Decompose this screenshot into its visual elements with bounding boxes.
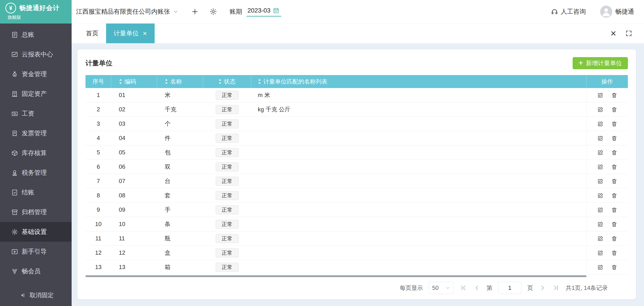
edit-icon[interactable] [597,235,604,242]
delete-icon[interactable] [611,121,617,127]
column-header-no: 序号 [86,75,111,88]
last-page-icon[interactable] [552,284,560,292]
delete-icon[interactable] [611,149,617,156]
funds-icon [11,71,18,78]
sidebar-item-tax[interactable]: 税务管理 [0,163,72,183]
cell-status: 正常 [203,203,251,217]
delete-icon[interactable] [611,192,617,199]
sidebar-item-inventory[interactable]: 库存核算 [0,143,72,163]
cell-name: 个 [157,117,203,131]
cell-operations [586,145,628,160]
sort-icon[interactable] [119,79,122,85]
first-page-icon[interactable] [460,284,467,292]
sidebar-item-fixed-assets[interactable]: 固定资产 [0,84,72,104]
chevron-down-icon [445,285,450,290]
settings-icon [11,228,18,235]
cell-operations [586,231,628,246]
manual-consult-button[interactable]: 人工咨询 [551,8,586,16]
edit-icon[interactable] [597,106,604,113]
sort-icon[interactable] [218,79,222,85]
tab-actions: × [610,24,644,43]
pagination: 每页显示 50 第 页 共1页, 14条记录 [86,282,628,299]
prev-page-icon[interactable] [473,284,481,292]
column-header-code[interactable]: 编码 [111,75,157,88]
delete-icon[interactable] [611,264,617,270]
salary-icon [11,110,18,117]
edit-icon[interactable] [597,192,604,199]
column-header-name[interactable]: 名称 [157,75,203,88]
unpin-icon [20,292,26,298]
tab-measure-units[interactable]: 计量单位× [106,24,154,43]
cell-alias-list [251,117,586,131]
edit-icon[interactable] [597,121,604,127]
edit-icon[interactable] [597,207,604,213]
delete-icon[interactable] [611,106,617,113]
cell-alias-list [251,231,586,246]
cell-operations [586,217,628,231]
table-row: 101米正常m 米 [86,88,628,102]
delete-icon[interactable] [611,92,617,98]
sidebar-item-beginner-guide[interactable]: 新手引导 [0,242,72,261]
tab-close-icon[interactable]: × [143,30,147,37]
edit-icon[interactable] [597,135,604,141]
delete-icon[interactable] [611,221,617,227]
column-header-status[interactable]: 状态 [203,75,251,88]
fullscreen-icon[interactable] [625,30,632,37]
sidebar-item-basic-settings[interactable]: 基础设置 [0,222,72,242]
tabbar: 首页计量单位× × [72,24,644,43]
settings-gear-icon[interactable] [210,8,217,16]
add-unit-button[interactable]: + 新增计量单位 [572,57,628,69]
cell-no: 7 [86,174,111,188]
column-header-alias[interactable]: 计量单位匹配的名称列表 [251,75,586,88]
edit-icon[interactable] [597,250,604,256]
sidebar-item-cloud-reports[interactable]: 云报表中心 [0,45,72,64]
sidebar-item-funds[interactable]: 资金管理 [0,64,72,84]
delete-icon[interactable] [611,250,617,256]
horizontal-scrollbar[interactable] [86,275,586,277]
tab-label: 计量单位 [114,29,139,38]
add-account-icon[interactable] [191,8,199,16]
close-all-icon[interactable]: × [610,29,616,38]
edit-icon[interactable] [597,164,604,170]
sidebar-item-invoices[interactable]: 发票管理 [0,123,72,143]
cell-code: 02 [111,102,157,117]
sidebar-item-member[interactable]: 畅会员 [0,261,72,281]
sidebar-item-general-ledger[interactable]: 总账 [0,25,72,45]
sidebar-item-closing[interactable]: 结账 [0,183,72,202]
delete-icon[interactable] [611,178,617,184]
edit-icon[interactable] [597,178,604,184]
edit-icon[interactable] [597,264,604,270]
cell-operations [586,88,628,102]
next-page-icon[interactable] [539,284,546,292]
per-page-select[interactable]: 50 [429,282,454,294]
edit-icon[interactable] [597,92,604,98]
username[interactable]: 畅捷通 [615,8,634,16]
cell-code: 11 [111,231,157,246]
company-selector[interactable]: 江西服宝精品有限责任公司内账张 [76,8,178,16]
column-label: 编码 [124,78,136,86]
delete-icon[interactable] [611,164,617,170]
sort-icon[interactable] [165,79,168,85]
cell-operations [586,174,628,188]
sidebar-item-payroll[interactable]: 工资 [0,104,72,123]
cell-alias-list [251,145,586,160]
page-number-input[interactable] [498,282,522,294]
edit-icon[interactable] [597,221,604,227]
delete-icon[interactable] [611,207,617,213]
tab-home[interactable]: 首页 [78,24,106,43]
cell-name: 手 [157,203,203,217]
logo-title: 畅捷通好会计 [19,4,60,13]
delete-icon[interactable] [611,135,617,141]
tab-list: 首页计量单位× [78,24,154,43]
consult-label: 人工咨询 [561,8,586,16]
chevron-down-icon [173,9,178,15]
cell-alias-list [251,131,586,145]
avatar[interactable] [600,6,612,18]
delete-icon[interactable] [611,235,617,242]
period-field[interactable]: 2023-03 [246,7,281,17]
edit-icon[interactable] [597,149,604,156]
cell-no: 2 [86,102,111,117]
sort-icon[interactable] [258,79,261,85]
unpin-button[interactable]: 取消固定 [0,284,72,306]
sidebar-item-archive[interactable]: 归档管理 [0,202,72,222]
